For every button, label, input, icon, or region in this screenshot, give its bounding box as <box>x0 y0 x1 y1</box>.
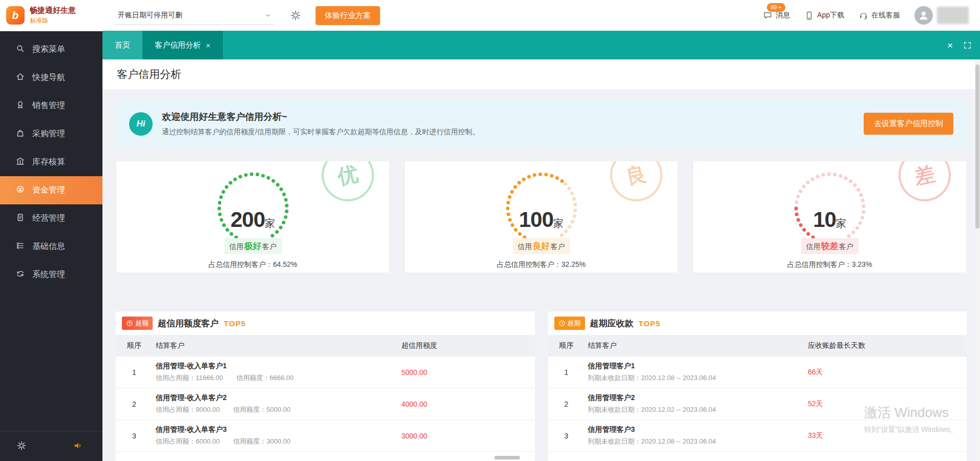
sidebar-item-operations[interactable]: 经营管理 <box>0 204 102 233</box>
sidebar-item-basic-info[interactable]: 基础信息 <box>0 233 102 261</box>
grade-badge-good: 信用良好客户 <box>513 238 570 254</box>
fullscreen-icon[interactable] <box>963 41 972 50</box>
tab-close-icon[interactable]: × <box>206 41 211 50</box>
sidebar-item-sales[interactable]: 销售管理 <box>0 92 102 120</box>
top5-tables: 超额 超信用额度客户 TOP5 顺序 结算客户 超信用额度 1 信用管理-收入单… <box>116 311 967 461</box>
table-header: 顺序 结算客户 应收账龄最长天数 <box>548 335 967 357</box>
sidebar-footer <box>0 431 102 461</box>
sidebar-item-label: 系统管理 <box>32 269 65 280</box>
exceed-tag: 超额 <box>122 317 153 330</box>
messages-link[interactable]: 99 + 消息 <box>763 11 790 20</box>
vertical-scrollbar-thumb[interactable] <box>975 65 979 228</box>
welcome-banner: Hi 欢迎使用好生意客户信用分析~ 通过控制结算客户的信用额度/信用期限，可实时… <box>116 99 967 148</box>
panel-title: 超期应收款 <box>590 318 634 329</box>
sidebar-item-label: 资金管理 <box>32 185 65 196</box>
page-title: 客户信用分析 <box>117 67 181 81</box>
topbar-right: 99 + 消息 App下载 在线客服 <box>763 6 969 25</box>
medal-icon <box>15 100 25 112</box>
grade-badge-excellent: 信用极好客户 <box>224 238 282 254</box>
online-service-label: 在线客服 <box>871 11 900 20</box>
over-limit-panel: 超额 超信用额度客户 TOP5 顺序 结算客户 超信用额度 1 信用管理-收入单… <box>116 311 535 461</box>
arrow-up-circle-icon <box>126 320 133 327</box>
aging-days: 52天 <box>808 400 967 409</box>
sidebar-item-system[interactable]: 系统管理 <box>0 261 102 289</box>
customer-count: 200家 <box>210 207 297 232</box>
settings-gear-button[interactable] <box>290 10 301 21</box>
over-limit-amount: 4000.00 <box>402 400 535 408</box>
gauge-cards-row: 优 200家 信用极好客户 占总信用控制客户：64.52% <box>116 161 967 273</box>
shopping-bag-icon <box>15 128 25 140</box>
top5-label: TOP5 <box>224 319 246 328</box>
tab-customer-credit-analysis[interactable]: 客户信用分析 × <box>142 31 223 59</box>
brand-edition: 标准版 <box>30 16 76 25</box>
tab-home[interactable]: 首页 <box>102 31 142 59</box>
customer-count: 100家 <box>498 207 585 232</box>
customer-count: 10家 <box>786 207 873 232</box>
messages-label: 消息 <box>776 11 790 20</box>
tabbar: 首页 客户信用分析 × × <box>102 31 980 59</box>
account-set-select[interactable]: 开账日期可停用可删 <box>115 6 275 25</box>
customer-detail: 信用占用额：11666.00信用额度：6666.00 <box>156 373 402 383</box>
overdue-panel: 超期 超期应收款 TOP5 顺序 结算客户 应收账龄最长天数 1 信用管理客户1 <box>548 311 967 461</box>
sidebar-item-label: 搜索菜单 <box>32 44 65 55</box>
horizontal-scrollbar-thumb[interactable] <box>494 456 520 459</box>
customer-name: 信用管理客户1 <box>588 362 808 371</box>
share-of-total: 占总信用控制客户：3.23% <box>693 260 966 269</box>
column-header-customer: 结算客户 <box>153 341 402 350</box>
brand-logo-icon: b <box>6 6 25 25</box>
sidebar-item-label: 快捷导航 <box>32 72 65 83</box>
home-icon <box>15 72 25 83</box>
customer-name: 信用管理客户2 <box>588 393 808 403</box>
settings-icon[interactable] <box>16 441 27 452</box>
row-index: 1 <box>548 368 585 376</box>
aging-days: 66天 <box>808 368 967 377</box>
gauge-cards-viewport: 优 200家 信用极好客户 占总信用控制客户：64.52% <box>116 161 967 273</box>
customer-name: 信用管理客户3 <box>588 425 808 434</box>
sidebar-item-funds[interactable]: 资金管理 <box>0 176 102 204</box>
sidebar-item-search-menu[interactable]: 搜索菜单 <box>0 35 102 64</box>
person-icon <box>917 9 930 22</box>
row-index: 2 <box>116 400 153 408</box>
setup-credit-control-button[interactable]: 去设置客户信用控制 <box>864 113 953 135</box>
grade-badge-poor: 信用较差客户 <box>801 238 859 254</box>
user-name-redacted <box>937 7 969 24</box>
sidebar-item-purchase[interactable]: 采购管理 <box>0 120 102 148</box>
online-service-link[interactable]: 在线客服 <box>859 11 900 20</box>
row-index: 1 <box>116 368 153 376</box>
warehouse-icon <box>15 156 25 168</box>
app-download-link[interactable]: App下载 <box>804 11 844 20</box>
table-row: 3 信用管理-收入单客户3 信用占用额：6000.00信用额度：3000.00 … <box>116 420 535 452</box>
credit-good-card: 良 100家 信用良好客户 <box>404 161 678 273</box>
page-title-bar: 客户信用分析 <box>102 59 980 89</box>
chevron-down-icon <box>264 12 272 19</box>
share-of-total: 占总信用控制客户：32.25% <box>405 260 678 269</box>
sidebar-item-label: 销售管理 <box>32 100 65 111</box>
overdue-tag: 超期 <box>554 317 585 330</box>
announcement-icon[interactable] <box>73 441 83 452</box>
table-row: 1 信用管理-收入单客户1 信用占用额：11666.00信用额度：6666.00… <box>116 357 535 388</box>
page-content: Hi 欢迎使用好生意客户信用分析~ 通过控制结算客户的信用额度/信用期限，可实时… <box>102 89 980 461</box>
industry-solution-button[interactable]: 体验行业方案 <box>316 6 380 25</box>
banner-description: 通过控制结算客户的信用额度/信用期限，可实时掌握客户欠款超期等信用信息，及时进行… <box>162 128 479 137</box>
document-icon <box>15 213 25 224</box>
close-all-tabs-icon[interactable]: × <box>947 40 953 50</box>
sidebar-item-inventory[interactable]: 库存核算 <box>0 148 102 176</box>
table-row: 2 信用管理-收入单客户2 信用占用额：9000.00信用额度：5000.00 … <box>116 388 535 420</box>
sidebar-item-label: 基础信息 <box>32 241 65 252</box>
topbar: 开账日期可停用可删 体验行业方案 99 + 消息 App下载 在线客服 <box>102 0 980 31</box>
sidebar-item-quick-nav[interactable]: 快捷导航 <box>0 64 102 92</box>
customer-detail: 到期未收款日期：2020.12.08 -- 2023.06.04 <box>588 373 808 383</box>
over-limit-amount: 3000.00 <box>402 432 535 440</box>
customer-detail: 到期未收款日期：2020.12.08 -- 2023.06.04 <box>588 437 808 446</box>
credit-excellent-card: 优 200家 信用极好客户 占总信用控制客户：64.52% <box>116 161 390 273</box>
headset-icon <box>859 11 868 20</box>
row-index: 3 <box>116 432 153 440</box>
over-limit-header: 超额 超信用额度客户 TOP5 <box>116 311 535 335</box>
sidebar-item-label: 库存核算 <box>32 157 65 167</box>
avatar[interactable] <box>914 6 933 25</box>
table-row: 2 信用管理客户2 到期未收款日期：2020.12.02 -- 2023.06.… <box>548 388 967 420</box>
app-window: b 畅捷通好生意 标准版 搜索菜单 快捷导航 销售管理 采购管理 <box>0 0 980 461</box>
vertical-scrollbar[interactable] <box>975 59 980 461</box>
account-set-value: 开账日期可停用可删 <box>118 11 182 20</box>
clock-icon <box>558 320 566 327</box>
